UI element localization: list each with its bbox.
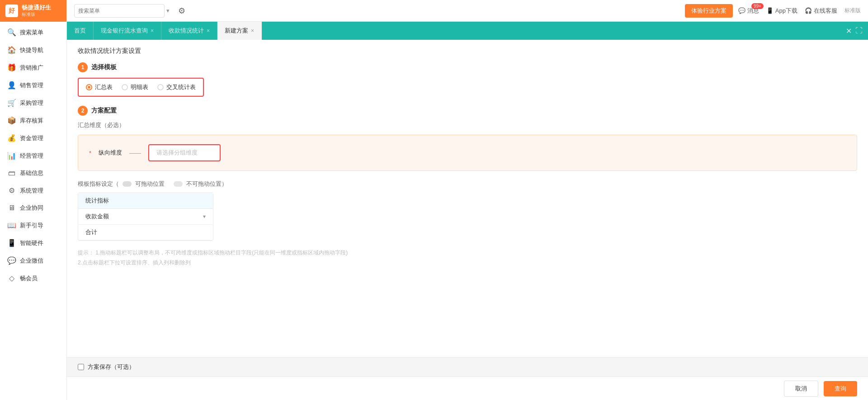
no-drag-label: 不可拖动位置） bbox=[186, 180, 227, 188]
page-title: 收款情况统计方案设置 bbox=[78, 47, 857, 55]
app-download[interactable]: 📱 App下载 bbox=[766, 7, 797, 15]
radio-cross[interactable] bbox=[157, 84, 164, 90]
sidebar-label-operations: 经营管理 bbox=[20, 152, 43, 160]
operations-icon: 📊 bbox=[7, 151, 16, 160]
settings-icon[interactable]: ⚙ bbox=[175, 4, 189, 18]
tab-close-bank-flow[interactable]: × bbox=[151, 28, 154, 34]
template-select-box: 汇总表明细表交叉统计表 bbox=[78, 78, 204, 97]
tab-receipt-stats[interactable]: 收款情况统计× bbox=[161, 22, 217, 40]
sidebar-item-weixin[interactable]: 💬企业微信 bbox=[0, 252, 66, 269]
metrics-cell-name: 收款金额 bbox=[85, 212, 199, 221]
expand-icon[interactable]: ⛶ bbox=[855, 27, 863, 35]
tips-section: 提示： 1.拖动标题栏可以调整布局，不可跨维度或指标区域拖动栏目字段(只能在同一… bbox=[78, 248, 857, 268]
radio-label-summary: 汇总表 bbox=[95, 83, 113, 91]
content-area: 收款情况统计方案设置 1 选择模板 汇总表明细表交叉统计表 2 方案配置 汇总维… bbox=[67, 40, 868, 376]
quick-nav-icon: 🏠 bbox=[7, 46, 16, 54]
metrics-section: 模板指标设定（ 可拖动位置 不可拖动位置） 统计指标 收款金额▾合计 bbox=[78, 180, 857, 241]
sidebar-item-enterprise[interactable]: 🖥企业协同 bbox=[0, 199, 66, 216]
sidebar-label-smart-hardware: 智能硬件 bbox=[20, 239, 43, 247]
metrics-config-label: 模板指标设定（ 可拖动位置 不可拖动位置） bbox=[78, 180, 857, 188]
tab-label-new-plan: 新建方案 bbox=[225, 27, 248, 35]
tab-label-home: 首页 bbox=[74, 27, 86, 35]
save-section: 方案保存（可选） bbox=[67, 357, 868, 376]
sidebar-item-operations[interactable]: 📊经营管理 bbox=[0, 147, 66, 165]
service-icon: 🎧 bbox=[805, 7, 812, 14]
dimension-select[interactable]: 请选择分组维度 bbox=[148, 144, 221, 161]
tabbar-controls: ✕ ⛶ bbox=[840, 27, 868, 35]
sidebar-item-quick-nav[interactable]: 🏠快捷导航 bbox=[0, 41, 66, 59]
sidebar-label-finance: 资金管理 bbox=[20, 134, 43, 142]
sidebar-item-finance[interactable]: 💰资金管理 bbox=[0, 129, 66, 147]
query-button[interactable]: 查询 bbox=[824, 381, 857, 396]
search-area: ▾ bbox=[74, 4, 170, 18]
sidebar-label-system: 系统管理 bbox=[20, 187, 43, 195]
sidebar-item-system[interactable]: ⚙系统管理 bbox=[0, 182, 66, 199]
cancel-button[interactable]: 取消 bbox=[784, 381, 818, 397]
tab-new-plan[interactable]: 新建方案× bbox=[217, 22, 262, 40]
close-all-icon[interactable]: ✕ bbox=[846, 27, 852, 35]
radio-option-detail[interactable]: 明细表 bbox=[122, 83, 148, 91]
step2-section: 2 方案配置 汇总维度（必选） * 纵向维度 —— 请选择分组维度 bbox=[78, 106, 857, 268]
save-checkbox[interactable] bbox=[78, 364, 84, 370]
tip1: 提示： 1.拖动标题栏可以调整布局，不可跨维度或指标区域拖动栏目字段(只能在同一… bbox=[78, 248, 857, 258]
sidebar-label-enterprise: 企业协同 bbox=[20, 204, 43, 212]
tab-close-receipt-stats[interactable]: × bbox=[207, 28, 210, 34]
tabbar: 首页现金银行流水查询×收款情况统计×新建方案× ✕ ⛶ bbox=[67, 22, 868, 40]
basic-info-icon: 🗃 bbox=[7, 169, 16, 177]
enterprise-icon: 🖥 bbox=[7, 204, 16, 212]
sidebar-label-basic-info: 基础信息 bbox=[20, 169, 43, 177]
step1-title: 选择模板 bbox=[91, 63, 117, 71]
tab-label-receipt-stats: 收款情况统计 bbox=[169, 27, 204, 35]
badge-count: 99+ bbox=[751, 3, 764, 9]
sidebar-item-marketing[interactable]: 🎁营销推广 bbox=[0, 59, 66, 76]
sidebar-item-inventory[interactable]: 📦库存核算 bbox=[0, 112, 66, 129]
sidebar-label-search-menu: 搜索菜单 bbox=[20, 28, 43, 37]
sidebar-item-smart-hardware[interactable]: 📱智能硬件 bbox=[0, 234, 66, 252]
radio-option-cross[interactable]: 交叉统计表 bbox=[157, 83, 196, 91]
radio-label-detail: 明细表 bbox=[131, 83, 148, 91]
step1-number: 1 bbox=[78, 62, 88, 72]
draggable-label: 可拖动位置 bbox=[135, 180, 165, 188]
sidebar-item-member[interactable]: ◇畅会员 bbox=[0, 269, 66, 287]
metrics-row: 收款金额▾ bbox=[78, 209, 213, 225]
radio-option-summary[interactable]: 汇总表 bbox=[86, 83, 113, 91]
radio-summary[interactable] bbox=[86, 84, 92, 90]
save-label: 方案保存（可选） bbox=[88, 363, 135, 371]
topbar-right: 💬 消息 99+ 📱 App下载 🎧 在线客服 标准版 bbox=[738, 7, 861, 15]
step1-header: 1 选择模板 bbox=[78, 62, 857, 72]
search-input[interactable] bbox=[74, 4, 165, 18]
dimension-arrow: —— bbox=[129, 150, 141, 156]
purchase-icon: 🛒 bbox=[7, 99, 16, 107]
sidebar-item-guide[interactable]: 📖新手引导 bbox=[0, 216, 66, 234]
sidebar-nav: 🔍搜索菜单🏠快捷导航🎁营销推广👤销售管理🛒采购管理📦库存核算💰资金管理📊经营管理… bbox=[0, 22, 66, 400]
online-service[interactable]: 🎧 在线客服 bbox=[805, 7, 837, 15]
search-menu-icon: 🔍 bbox=[7, 28, 16, 37]
user-info: 标准版 bbox=[844, 7, 861, 14]
message-icon: 💬 bbox=[738, 7, 745, 14]
message-badge[interactable]: 💬 消息 99+ bbox=[738, 7, 759, 15]
sidebar-item-purchase[interactable]: 🛒采购管理 bbox=[0, 94, 66, 112]
sidebar-label-weixin: 企业微信 bbox=[20, 257, 43, 265]
radio-detail[interactable] bbox=[122, 84, 128, 90]
tab-close-new-plan[interactable]: × bbox=[251, 28, 254, 34]
metrics-dropdown-icon[interactable]: ▾ bbox=[203, 213, 206, 220]
footer-bar: 取消 查询 bbox=[67, 376, 868, 400]
main-area: ▾ ⚙ 体验行业方案 💬 消息 99+ 📱 App下载 🎧 在线客服 标准版 首… bbox=[67, 0, 868, 400]
smart-hardware-icon: 📱 bbox=[7, 239, 16, 247]
metrics-config-title-text: 模板指标设定（ bbox=[78, 180, 119, 188]
dimension-title: 汇总维度（必选） bbox=[78, 121, 857, 129]
metrics-table: 统计指标 收款金额▾合计 bbox=[78, 193, 213, 241]
search-chevron-icon[interactable]: ▾ bbox=[166, 7, 170, 14]
industry-btn[interactable]: 体验行业方案 bbox=[685, 4, 733, 18]
logo-text: 畅捷通好生 标准版 bbox=[22, 4, 51, 18]
sidebar-item-basic-info[interactable]: 🗃基础信息 bbox=[0, 165, 66, 182]
sidebar-label-inventory: 库存核算 bbox=[20, 117, 43, 125]
tab-bank-flow[interactable]: 现金银行流水查询× bbox=[94, 22, 161, 40]
sidebar-item-sales[interactable]: 👤销售管理 bbox=[0, 76, 66, 94]
tab-home[interactable]: 首页 bbox=[67, 22, 94, 40]
sidebar-item-search-menu[interactable]: 🔍搜索菜单 bbox=[0, 24, 66, 41]
finance-icon: 💰 bbox=[7, 134, 16, 142]
sidebar-label-marketing: 营销推广 bbox=[20, 64, 43, 72]
sidebar-label-sales: 销售管理 bbox=[20, 81, 43, 89]
metrics-cell-name: 合计 bbox=[85, 228, 206, 236]
